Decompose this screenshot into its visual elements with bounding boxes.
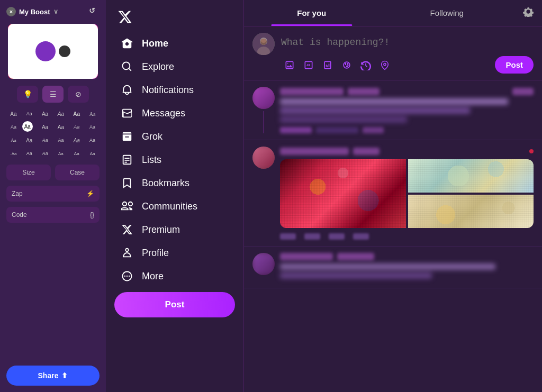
feed-item-content	[280, 253, 534, 281]
feed-item-content	[280, 147, 534, 240]
sidebar-item-label-messages: Messages	[142, 108, 185, 119]
refresh-button[interactable]: ↺	[89, 6, 100, 17]
sidebar-item-grok[interactable]: Grok	[114, 125, 235, 148]
font-item[interactable]: Aa	[22, 148, 37, 159]
size-button[interactable]: Size	[6, 165, 51, 180]
font-item[interactable]: Aa	[85, 134, 100, 146]
sidebar-item-label-profile: Profile	[142, 248, 169, 259]
size-case-row: Size Case	[6, 165, 100, 180]
feed-panel: For you Following	[243, 0, 542, 392]
sidebar-item-label-explore: Explore	[142, 61, 174, 72]
font-item-selected[interactable]: Aa	[22, 121, 33, 132]
profile-icon	[121, 247, 133, 259]
tab-for-you[interactable]: For you	[244, 0, 380, 26]
font-item[interactable]: Aa	[54, 121, 68, 133]
sidebar-item-messages[interactable]: Messages	[114, 102, 235, 125]
sidebar-item-label-lists: Lists	[142, 154, 161, 166]
font-item[interactable]: Aa	[85, 108, 100, 120]
share-button[interactable]: Share ⬆	[6, 366, 100, 386]
font-item[interactable]: Aa	[38, 108, 52, 120]
lists-icon	[121, 153, 133, 166]
font-item[interactable]: Aa	[6, 108, 21, 120]
bookmark-icon	[121, 177, 133, 189]
tab-following[interactable]: Following	[380, 0, 515, 26]
font-item[interactable]: Aa	[38, 148, 52, 159]
font-item[interactable]: Aa	[54, 148, 68, 159]
compose-avatar	[252, 33, 275, 55]
sidebar-item-home[interactable]: Home	[114, 32, 235, 55]
gif-icon[interactable]	[300, 57, 317, 74]
dropdown-icon[interactable]: ∨	[53, 8, 58, 15]
sidebar-item-notifications[interactable]: Notifications	[114, 78, 235, 102]
settings-tool-button[interactable]: ☰	[42, 86, 64, 103]
sidebar-item-communities[interactable]: Communities	[114, 195, 235, 218]
sidebar-item-profile[interactable]: Profile	[114, 241, 235, 265]
communities-icon	[121, 200, 133, 213]
image-top-right[interactable]	[408, 159, 534, 193]
boost-title-row: My Boost ∨	[19, 8, 86, 16]
font-item[interactable]: Aa	[6, 121, 21, 133]
compose-toolbar: Post	[281, 56, 534, 74]
sidebar-item-label-more: More	[142, 271, 164, 282]
case-button[interactable]: Case	[55, 165, 100, 180]
font-item[interactable]: Aa	[38, 121, 52, 133]
font-item[interactable]: Aa	[69, 134, 84, 146]
compose-post-button[interactable]: Post	[495, 56, 534, 74]
light-tool-button[interactable]: 💡	[17, 86, 38, 103]
sidebar-item-bookmarks[interactable]: Bookmarks	[114, 171, 235, 195]
font-item[interactable]: Aa	[69, 121, 84, 133]
sidebar-item-lists[interactable]: Lists	[114, 148, 235, 171]
feed-item	[244, 247, 542, 288]
image-upload-icon[interactable]	[281, 57, 298, 74]
font-item[interactable]: .Aa	[6, 148, 21, 159]
mail-icon	[121, 107, 133, 120]
font-item[interactable]: Aa	[85, 148, 100, 159]
feed-avatar	[252, 147, 275, 169]
post-button[interactable]: Post	[114, 292, 235, 317]
more-icon	[121, 270, 133, 282]
close-button[interactable]: ×	[6, 7, 16, 16]
font-item[interactable]: Aa	[85, 121, 100, 133]
sidebar-item-label-home: Home	[142, 38, 168, 49]
feed-avatar	[252, 253, 275, 275]
circle-big	[35, 41, 56, 61]
font-item[interactable]: Aa	[54, 134, 68, 146]
feed-item	[244, 80, 542, 140]
search-icon	[121, 60, 133, 73]
tool-row: 💡 ☰ ⊘	[6, 86, 100, 103]
x-logo[interactable]	[114, 6, 136, 28]
circle-small	[59, 45, 70, 57]
code-icon: {}	[90, 211, 94, 218]
sidebar-item-label-communities: Communities	[142, 201, 197, 212]
font-item[interactable]: Aa	[69, 108, 84, 120]
feed-content	[244, 80, 542, 392]
emoji-icon[interactable]	[338, 57, 355, 74]
location-icon[interactable]	[376, 57, 393, 74]
sidebar-item-explore[interactable]: Explore	[114, 55, 235, 78]
font-item[interactable]: Aa	[38, 134, 52, 146]
block-tool-button[interactable]: ⊘	[68, 86, 89, 103]
main-nav: Home Explore Notifications	[114, 32, 235, 288]
sidebar-item-label-premium: Premium	[142, 224, 180, 235]
font-item[interactable]: Aa	[22, 108, 37, 120]
compose-input[interactable]	[281, 33, 534, 52]
boost-header: × My Boost ∨ ↺	[6, 6, 100, 17]
font-item[interactable]: Aa	[22, 134, 37, 146]
font-item[interactable]: Aa	[54, 108, 68, 120]
schedule-icon[interactable]	[357, 57, 374, 74]
font-grid: Aa Aa Aa Aa Aa Aa Aa Aa Aa Aa Aa Aa Aa A…	[6, 108, 100, 159]
image-grid	[280, 159, 534, 228]
image-left[interactable]	[280, 159, 406, 228]
image-bottom-right[interactable]	[408, 195, 534, 228]
poll-icon[interactable]	[319, 57, 336, 74]
font-item[interactable]: Aa	[69, 148, 84, 159]
zap-button[interactable]: Zap ⚡	[6, 186, 100, 202]
font-item[interactable]: Aa	[6, 134, 21, 146]
zap-icon: ⚡	[86, 190, 94, 197]
sidebar-item-more[interactable]: More	[114, 265, 235, 288]
feed-header: For you Following	[244, 0, 542, 26]
code-button[interactable]: Code {}	[6, 207, 100, 223]
sidebar-item-premium[interactable]: Premium	[114, 218, 235, 241]
settings-icon[interactable]	[514, 0, 542, 26]
boost-title: My Boost	[19, 8, 50, 16]
